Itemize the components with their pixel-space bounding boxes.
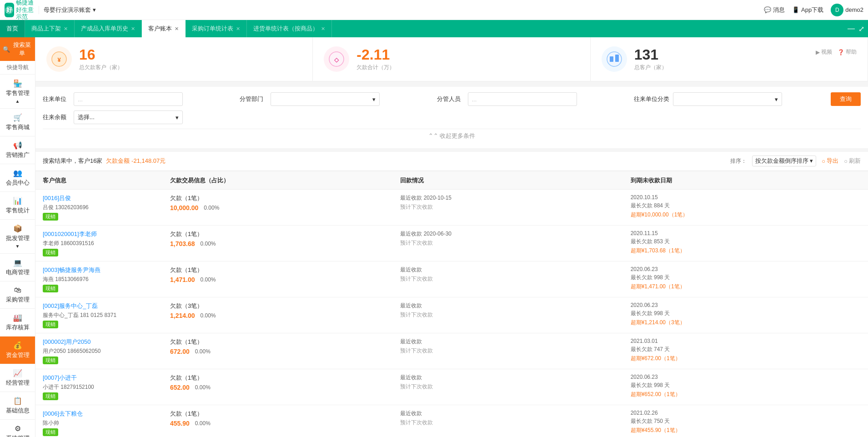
export-btn[interactable]: ○ 导出 <box>822 157 838 165</box>
debt-percent: 0.00% <box>201 241 216 247</box>
sidebar-item-ecommerce[interactable]: 💻 电商管理 <box>0 254 35 281</box>
col-header-payment: 回款情况 <box>400 176 630 185</box>
dept-select[interactable]: ▾ <box>271 92 380 106</box>
overdue-days: 最长欠款 998 天 <box>631 274 861 281</box>
sidebar-item-member[interactable]: 👥 会员中心 <box>0 164 35 192</box>
customer-name-link[interactable]: [0006]去下粮仓 <box>43 410 170 418</box>
sidebar-item-label: 零售管理 <box>6 89 30 97</box>
app-download-btn[interactable]: 📱 App下载 <box>792 6 823 14</box>
next-payment: 预计下次收款 <box>400 419 630 427</box>
close-icon[interactable]: ✕ <box>236 26 240 32</box>
video-btn[interactable]: ▶ 视频 <box>816 48 832 56</box>
overdue-link[interactable]: 超期¥1,471.00（1笔） <box>631 283 861 291</box>
debt-amount: 1,471.00 <box>170 276 195 283</box>
customer-tag: 现销 <box>43 357 58 364</box>
close-icon[interactable]: ✕ <box>64 26 68 32</box>
tab-customer-account[interactable]: 客户账本 ✕ <box>142 20 186 37</box>
search-menu-btn[interactable]: 🔍 搜索菜单 <box>0 37 35 61</box>
debt-amount: 10,000.00 <box>170 204 198 211</box>
sidebar-item-retail-stats[interactable]: 📊 零售统计 <box>0 192 35 220</box>
svg-point-6 <box>607 52 622 66</box>
collapse-more-btn[interactable]: ⌃⌃ 收起更多条件 <box>43 129 861 143</box>
help-btn[interactable]: ❓ 帮助 <box>838 48 857 56</box>
refresh-icon: ○ <box>844 158 848 165</box>
retail-icon: 🏪 <box>13 79 22 88</box>
tab-production[interactable]: 产成品入库单历史 ✕ <box>75 20 142 37</box>
message-btn[interactable]: 💬 消息 <box>764 6 785 14</box>
sort-select[interactable]: 按欠款金额倒序排序 ▾ <box>752 156 816 166</box>
sidebar-item-label: 库存核算 <box>6 323 30 332</box>
sidebar-item-system[interactable]: ⚙ 系统管理 <box>0 420 35 437</box>
category-select[interactable]: ▾ <box>673 92 782 106</box>
customer-name-link[interactable]: [000002]用户2050 <box>43 338 170 346</box>
result-amount: 欠款金额 -21,148.07元 <box>106 157 166 165</box>
card-label-2: 欠款合计（万） <box>356 64 395 71</box>
sidebar-item-ops[interactable]: 📈 经营管理 <box>0 364 35 392</box>
label-person: 分管人员 <box>437 95 464 103</box>
balance-select[interactable]: 选择... ▾ <box>74 111 183 124</box>
label-dept: 分管部门 <box>240 95 267 103</box>
customer-name-link[interactable]: [0003]畅捷服务尹海燕 <box>43 266 170 274</box>
table-row: [0007]小进干 小进干 18279152100 现销 欠款（1笔） 652.… <box>35 369 868 405</box>
origin-unit-input[interactable]: ... <box>74 92 183 106</box>
sidebar-item-purchase[interactable]: 🛍 采购管理 <box>0 281 35 309</box>
debt-percent: 0.00% <box>201 312 216 319</box>
customer-name-link[interactable]: [0002]服务中心_丁磊 <box>43 302 170 310</box>
user-menu[interactable]: D demo2 <box>831 4 863 16</box>
tab-home[interactable]: 首页 <box>0 20 25 37</box>
chevron-down-icon: ▾ <box>372 96 376 103</box>
customer-name-link[interactable]: [0007]小进干 <box>43 374 170 382</box>
customer-name-link[interactable]: [0016]吕俊 <box>43 194 170 202</box>
overdue-days: 最长欠款 884 天 <box>631 202 861 210</box>
card-info-3: 131 总客户（家） <box>634 47 667 71</box>
sidebar-item-marketing[interactable]: 📢 营销推广 <box>0 136 35 164</box>
ops-icon: 📈 <box>13 369 22 377</box>
cell-payment-1: 最近收款 2020-10-15 预计下次收款 <box>400 194 630 211</box>
sidebar-item-label: 营销推广 <box>6 151 30 159</box>
top-right: 💬 消息 📱 App下载 D demo2 <box>764 4 863 16</box>
tab-purchase-stats[interactable]: 进货单统计表（按商品） ✕ <box>247 20 332 37</box>
overdue-link[interactable]: 超期¥1,214.00（3笔） <box>631 319 861 326</box>
query-button[interactable]: 查询 <box>831 92 861 106</box>
sidebar-item-batch[interactable]: 📦 批发管理 ▼ <box>0 220 35 254</box>
cell-customer-6: [0007]小进干 小进干 18279152100 现销 <box>43 374 170 400</box>
overdue-link[interactable]: 超期¥455.90（1笔） <box>631 427 861 434</box>
table-header: 客户信息 欠款交易信息（占比） 回款情况 到期未收款日期 <box>35 172 868 190</box>
tab-product-off[interactable]: 商品上下架 ✕ <box>25 20 75 37</box>
sidebar-item-finance[interactable]: 💰 资金管理 <box>0 337 35 364</box>
overdue-days: 最长欠款 998 天 <box>631 310 861 317</box>
tab-purchase-order[interactable]: 采购订单统计表 ✕ <box>186 20 247 37</box>
expand-icon[interactable]: ⤢ <box>858 25 864 33</box>
refresh-btn[interactable]: ○ 刷新 <box>844 157 861 165</box>
card-label-3: 总客户（家） <box>634 64 667 71</box>
sidebar-item-retail-mgmt[interactable]: 🏪 零售管理 ▲ <box>0 75 35 109</box>
overdue-link[interactable]: 超期¥1,703.68（1笔） <box>631 247 861 255</box>
ecommerce-icon: 💻 <box>13 258 22 267</box>
system-icon: ⚙ <box>15 424 21 433</box>
cell-payment-7: 最近收款 预计下次收款 <box>400 410 630 427</box>
close-icon[interactable]: ✕ <box>175 26 179 32</box>
minimize-icon[interactable]: — <box>848 25 855 33</box>
person-input[interactable]: ... <box>468 92 577 106</box>
quick-nav-label[interactable]: 快捷导航 <box>0 61 35 75</box>
cell-overdue-1: 2020.10.15 最长欠款 884 天 超期¥10,000.00（1笔） <box>631 194 861 219</box>
card-icon-debt: ¥ <box>46 46 72 72</box>
close-icon[interactable]: ✕ <box>321 26 325 32</box>
close-icon[interactable]: ✕ <box>131 26 135 32</box>
recent-payment: 最近收款 <box>400 266 630 274</box>
sidebar-item-basic[interactable]: 📋 基础信息 <box>0 392 35 420</box>
customer-name-link[interactable]: [0001020001]李老师 <box>43 230 170 238</box>
sidebar-item-warehouse[interactable]: 🏭 库存核算 <box>0 309 35 337</box>
sidebar-item-retail-mall[interactable]: 🛒 零售商城 <box>0 109 35 136</box>
overdue-link[interactable]: 超期¥10,000.00（1笔） <box>631 211 861 219</box>
customer-phone: 陈小帅 <box>43 419 170 427</box>
col-header-customer: 客户信息 <box>43 176 170 185</box>
company-selector[interactable]: 母婴行业演示账套 ▾ <box>39 6 111 14</box>
overdue-link[interactable]: 超期¥672.00（1笔） <box>631 355 861 362</box>
cell-overdue-2: 2020.11.15 最长欠款 853 天 超期¥1,703.68（1笔） <box>631 230 861 255</box>
col-header-overdue: 到期未收款日期 <box>631 176 861 185</box>
table-row: [0016]吕俊 吕俊 13026203696 现销 欠款（1笔） 10,000… <box>35 190 868 226</box>
customer-tag: 现销 <box>43 392 58 400</box>
overdue-link[interactable]: 超期¥652.00（1笔） <box>631 391 861 398</box>
tab-label: 商品上下架 <box>31 25 61 33</box>
